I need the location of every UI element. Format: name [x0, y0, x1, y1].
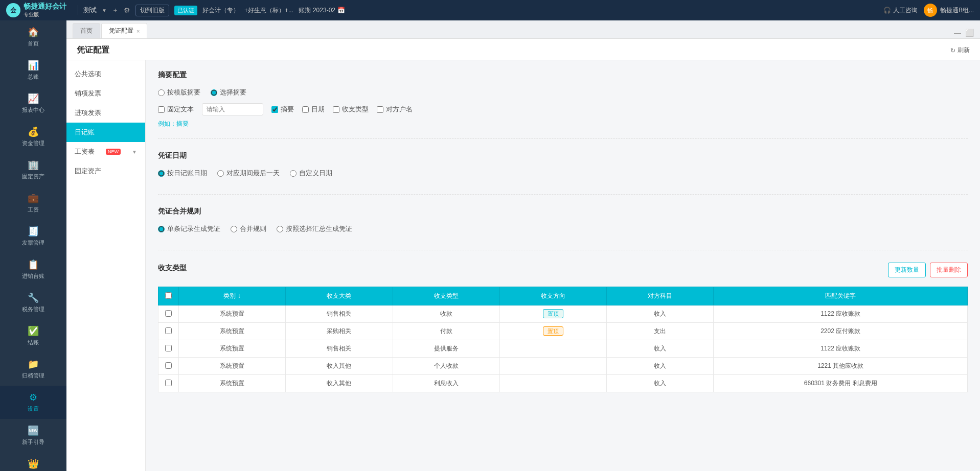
income-title: 收支类型: [158, 264, 187, 273]
member-icon: 👑: [28, 458, 39, 469]
tab-close-icon[interactable]: ×: [136, 28, 140, 34]
summary-checkbox-row: 固定文本 摘要 日期 收支类型: [158, 103, 968, 115]
home-icon: 🏠: [28, 27, 39, 38]
fixed-text-checkbox[interactable]: [158, 106, 165, 113]
td-check-1[interactable]: [158, 305, 179, 323]
tab-home[interactable]: 首页: [73, 23, 100, 38]
sidebar-item-salary[interactable]: 💼 工资: [0, 186, 66, 220]
row1-checkbox[interactable]: [165, 310, 172, 317]
date-radio1-label[interactable]: 按日记账日期: [158, 169, 207, 178]
income-section: 收支类型 更新数量 批量删除 类别 ↓ 收支大类 收支类型: [158, 263, 968, 392]
sidebar-item-settle[interactable]: ✅ 结账: [0, 319, 66, 352]
calendar-icon[interactable]: 📅: [337, 7, 345, 14]
maximize-icon[interactable]: ⬜: [965, 29, 974, 37]
summary-checkbox-label[interactable]: 摘要: [271, 105, 294, 114]
merge-radio3-label[interactable]: 按照选择汇总生成凭证: [277, 224, 352, 233]
summary-radio2[interactable]: [211, 89, 217, 96]
sidebar-item-member[interactable]: 👑 畅会员: [0, 452, 66, 471]
sidebar-item-assets[interactable]: 🏢 固定资产: [0, 153, 66, 186]
settings-icon[interactable]: ⚙: [124, 6, 130, 14]
tab-voucher-config[interactable]: 凭证配置 ×: [101, 23, 147, 38]
refresh-icon: ↻: [950, 47, 955, 54]
left-nav-sales-invoice[interactable]: 销项发票: [66, 84, 145, 103]
sidebar-item-invoice[interactable]: 🧾 发票管理: [0, 220, 66, 253]
row2-checkbox[interactable]: [165, 327, 172, 334]
sidebar-item-home[interactable]: 🏠 首页: [0, 20, 66, 54]
merge-radio2[interactable]: [231, 226, 237, 232]
sidebar-item-guide[interactable]: 🆕 新手引导: [0, 419, 66, 452]
service-label: 人工咨询: [893, 6, 918, 15]
salary-icon: 💼: [28, 193, 39, 204]
fixed-text-input[interactable]: [202, 103, 263, 115]
example-text: 例如：摘要: [158, 120, 968, 128]
sidebar-item-ledger[interactable]: 📊 总账: [0, 54, 66, 87]
batch-delete-button[interactable]: 批量删除: [930, 263, 968, 277]
service-button[interactable]: 🎧 人工咨询: [883, 6, 918, 15]
table-row: 系统预置 收入其他 利息收入 收入 660301 财务费用 利息费用: [158, 375, 968, 392]
merge-radio3[interactable]: [277, 226, 283, 232]
merge-title: 凭证合并规则: [158, 207, 968, 216]
row4-checkbox[interactable]: [165, 362, 172, 369]
date-radio3[interactable]: [290, 170, 297, 177]
topbar-divider: [78, 5, 78, 15]
counterparty-checkbox-label[interactable]: 对方户名: [377, 105, 413, 114]
td-direction-1[interactable]: 置顶: [499, 305, 606, 323]
merge-radio2-label[interactable]: 合并规则: [231, 224, 266, 233]
td-direction-2[interactable]: 置顶: [499, 323, 606, 340]
date-checkbox[interactable]: [302, 106, 309, 113]
select-all-checkbox[interactable]: [165, 292, 172, 299]
tab-voucher-label: 凭证配置: [109, 27, 133, 35]
merge-radio1[interactable]: [158, 226, 165, 232]
left-nav-journal[interactable]: 日记账: [66, 123, 145, 142]
td-check-3[interactable]: [158, 340, 179, 358]
td-subject-4: 1221 其他应收款: [714, 358, 968, 375]
switch-version-button[interactable]: 切到旧版: [135, 5, 169, 16]
sidebar-item-tax[interactable]: 🔧 税务管理: [0, 286, 66, 319]
date-radio1[interactable]: [158, 170, 165, 177]
summary-radio2-label[interactable]: 选择摘要: [211, 88, 246, 97]
sidebar-item-reports[interactable]: 📈 报表中心: [0, 87, 66, 120]
summary-radio1[interactable]: [158, 89, 165, 96]
avatar: 畅: [924, 4, 937, 17]
date-checkbox-label[interactable]: 日期: [302, 105, 325, 114]
sidebar-item-sales[interactable]: 📋 进销台账: [0, 253, 66, 286]
date-radio2-label[interactable]: 对应期间最后一天: [217, 169, 280, 178]
refresh-button[interactable]: ↻ 刷新: [950, 46, 970, 55]
user-menu[interactable]: 畅 畅捷通B组...: [924, 4, 974, 17]
row3-checkbox[interactable]: [165, 345, 172, 351]
left-nav-payroll[interactable]: 工资表 NEW ▼: [66, 142, 145, 161]
top-tag-2[interactable]: 置顶: [543, 326, 563, 336]
minimize-icon[interactable]: —: [954, 29, 961, 37]
counterparty-checkbox[interactable]: [377, 106, 383, 113]
date-radio3-label[interactable]: 自定义日期: [290, 169, 332, 178]
income-type-checkbox[interactable]: [333, 106, 339, 113]
td-direction-5: [499, 375, 606, 392]
left-nav-fixed-assets[interactable]: 固定资产: [66, 161, 145, 181]
period-label: 账期: [299, 6, 311, 15]
row5-checkbox[interactable]: [165, 380, 172, 386]
add-icon[interactable]: ＋: [112, 6, 119, 15]
td-sub-type-5: 利息收入: [393, 375, 499, 392]
summary-checkbox[interactable]: [271, 106, 278, 113]
user-name: 畅捷通B组...: [940, 6, 974, 15]
td-direction-text-1: 收入: [607, 305, 714, 323]
sidebar-item-funds[interactable]: 💰 资金管理: [0, 120, 66, 153]
sidebar-item-settings[interactable]: ⚙ 设置: [0, 386, 66, 419]
update-count-button[interactable]: 更新数量: [888, 263, 926, 277]
left-nav-public[interactable]: 公共选项: [66, 64, 145, 84]
td-sub-type-2: 付款: [393, 323, 499, 340]
company-dropdown-icon[interactable]: ▼: [102, 8, 107, 13]
td-check-5[interactable]: [158, 375, 179, 392]
income-type-checkbox-label[interactable]: 收支类型: [333, 105, 369, 114]
left-nav-purchase-invoice[interactable]: 进项发票: [66, 103, 145, 123]
th-check[interactable]: [158, 287, 179, 305]
td-check-4[interactable]: [158, 358, 179, 375]
date-radio2[interactable]: [217, 170, 224, 177]
merge-radio1-label[interactable]: 单条记录生成凭证: [158, 224, 220, 233]
page-header: 凭证配置 ↻ 刷新: [66, 39, 980, 60]
summary-radio1-label[interactable]: 按模版摘要: [158, 88, 200, 97]
td-check-2[interactable]: [158, 323, 179, 340]
fixed-text-checkbox-label[interactable]: 固定文本: [158, 105, 194, 114]
sidebar-item-archive[interactable]: 📁 归档管理: [0, 352, 66, 386]
top-tag-1[interactable]: 置顶: [543, 309, 563, 318]
